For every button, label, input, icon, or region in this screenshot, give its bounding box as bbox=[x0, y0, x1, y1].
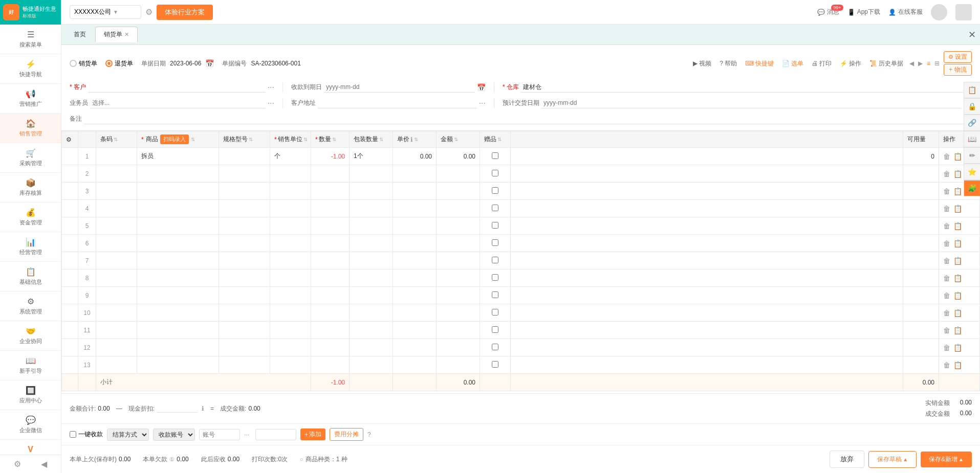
row-barcode-cell[interactable] bbox=[96, 339, 137, 356]
row-pack-cell[interactable] bbox=[350, 165, 393, 183]
copy-row-icon[interactable]: 📋 bbox=[953, 326, 962, 334]
row-amount-cell[interactable] bbox=[437, 339, 480, 356]
row-pack-cell[interactable] bbox=[350, 183, 393, 200]
row-unit-cell[interactable] bbox=[270, 304, 311, 322]
row-remark-cell[interactable] bbox=[511, 235, 903, 252]
sidebar-item-purchase[interactable]: 🛒 采购管理 bbox=[0, 143, 61, 173]
delete-row-icon[interactable]: 🗑 bbox=[943, 361, 950, 369]
barcode-sort-icon[interactable]: ⇅ bbox=[114, 137, 118, 142]
sidebar-item-marketing[interactable]: 📢 营销推广 bbox=[0, 84, 61, 114]
select-order-btn[interactable]: 📄 选单 bbox=[780, 58, 805, 69]
gift-checkbox[interactable] bbox=[492, 326, 498, 333]
row-price-cell[interactable]: 0.00 bbox=[393, 148, 437, 165]
sidebar-item-sales[interactable]: 🏠 销售管理 bbox=[0, 114, 61, 143]
scan-barcode-button[interactable]: 扫码录入 bbox=[160, 134, 189, 144]
payment-help-icon[interactable]: ? bbox=[367, 431, 371, 438]
row-remark-cell[interactable] bbox=[511, 322, 903, 339]
row-pack-cell[interactable] bbox=[350, 287, 393, 304]
sidebar-item-enterprise[interactable]: 🤝 企业协同 bbox=[0, 321, 61, 351]
abandon-button[interactable]: 放弃 bbox=[830, 451, 864, 468]
row-price-cell[interactable] bbox=[393, 356, 437, 374]
copy-row-icon[interactable]: 📋 bbox=[953, 291, 962, 300]
row-gift-cell[interactable] bbox=[480, 339, 511, 356]
product-sort-icon[interactable]: ⇅ bbox=[191, 137, 195, 142]
row-gift-cell[interactable] bbox=[480, 356, 511, 374]
row-pack-cell[interactable] bbox=[350, 339, 393, 356]
gift-checkbox[interactable] bbox=[492, 274, 498, 281]
delete-row-icon[interactable]: 🗑 bbox=[943, 222, 950, 230]
row-qty-cell[interactable] bbox=[311, 200, 350, 217]
row-price-cell[interactable] bbox=[393, 269, 437, 287]
row-remark-cell[interactable] bbox=[511, 252, 903, 269]
shortcut-btn[interactable]: ⌨ 快捷键 bbox=[743, 58, 776, 69]
row-gift-cell[interactable] bbox=[480, 165, 511, 183]
row-unit-cell[interactable] bbox=[270, 287, 311, 304]
row-spec-cell[interactable] bbox=[219, 287, 270, 304]
row-amount-cell[interactable] bbox=[437, 217, 480, 235]
row-price-cell[interactable] bbox=[393, 165, 437, 183]
cash-discount-input[interactable] bbox=[157, 405, 198, 413]
delete-row-icon[interactable]: 🗑 bbox=[943, 170, 950, 178]
row-barcode-cell[interactable] bbox=[96, 356, 137, 374]
row-unit-cell[interactable] bbox=[270, 217, 311, 235]
row-barcode-cell[interactable] bbox=[96, 287, 137, 304]
gift-checkbox[interactable] bbox=[492, 257, 498, 263]
row-amount-cell[interactable] bbox=[437, 304, 480, 322]
row-amount-cell[interactable] bbox=[437, 165, 480, 183]
sidebar-settings-icon[interactable]: ⚙ bbox=[14, 459, 21, 469]
row-barcode-cell[interactable] bbox=[96, 269, 137, 287]
row-remark-cell[interactable] bbox=[511, 356, 903, 374]
row-qty-cell[interactable] bbox=[311, 339, 350, 356]
row-price-cell[interactable] bbox=[393, 235, 437, 252]
right-panel-btn-4[interactable]: 📖 bbox=[964, 131, 980, 147]
row-spec-cell[interactable] bbox=[219, 269, 270, 287]
qty-sort-icon[interactable]: ⇅ bbox=[332, 137, 336, 142]
copy-row-icon[interactable]: 📋 bbox=[953, 187, 962, 195]
salesperson-more-icon[interactable]: ··· bbox=[268, 99, 274, 108]
set-btn[interactable]: ⚙ 设置 bbox=[944, 51, 972, 63]
row-spec-cell[interactable] bbox=[219, 217, 270, 235]
row-pack-cell[interactable] bbox=[350, 252, 393, 269]
sidebar-item-search[interactable]: ☰ 搜索菜单 bbox=[0, 25, 61, 54]
row-spec-cell[interactable] bbox=[219, 235, 270, 252]
row-pack-cell[interactable] bbox=[350, 217, 393, 235]
price-info-icon[interactable]: ℹ bbox=[410, 136, 413, 143]
gift-checkbox[interactable] bbox=[492, 239, 498, 246]
gift-checkbox[interactable] bbox=[492, 361, 498, 368]
row-unit-cell[interactable]: 个 bbox=[270, 148, 311, 165]
one-click-pay-checkbox[interactable] bbox=[70, 431, 76, 438]
row-product-cell[interactable] bbox=[137, 217, 219, 235]
row-unit-cell[interactable] bbox=[270, 322, 311, 339]
row-product-cell[interactable] bbox=[137, 356, 219, 374]
settle-account-select[interactable]: 收款账号 bbox=[153, 429, 195, 441]
copy-row-icon[interactable]: 📋 bbox=[953, 152, 962, 161]
copy-row-icon[interactable]: 📋 bbox=[953, 239, 962, 247]
sidebar-item-wechat[interactable]: 💬 企业微信 bbox=[0, 410, 61, 440]
unit-sort-icon[interactable]: ⇅ bbox=[303, 137, 308, 142]
warehouse-input[interactable] bbox=[521, 82, 963, 93]
row-spec-cell[interactable] bbox=[219, 322, 270, 339]
tab-home[interactable]: 首页 bbox=[66, 27, 94, 42]
tab-close-icon[interactable]: ✕ bbox=[124, 31, 129, 38]
row-barcode-cell[interactable] bbox=[96, 200, 137, 217]
row-spec-cell[interactable] bbox=[219, 148, 270, 165]
sidebar-item-business[interactable]: 📊 经营管理 bbox=[0, 232, 61, 262]
row-spec-cell[interactable] bbox=[219, 339, 270, 356]
row-product-cell[interactable] bbox=[137, 165, 219, 183]
row-remark-cell[interactable] bbox=[511, 339, 903, 356]
row-spec-cell[interactable] bbox=[219, 165, 270, 183]
row-spec-cell[interactable] bbox=[219, 356, 270, 374]
gift-checkbox[interactable] bbox=[492, 205, 498, 211]
row-qty-cell[interactable] bbox=[311, 217, 350, 235]
salesperson-input[interactable] bbox=[90, 98, 266, 108]
right-panel-btn-3[interactable]: 🔗 bbox=[964, 115, 980, 131]
row-price-cell[interactable] bbox=[393, 322, 437, 339]
message-group[interactable]: 💬 消息 99+ bbox=[817, 8, 839, 16]
delete-row-icon[interactable]: 🗑 bbox=[943, 274, 950, 282]
row-spec-cell[interactable] bbox=[219, 252, 270, 269]
save-new-button[interactable]: 保存&新增 ▲ bbox=[921, 452, 972, 467]
row-barcode-cell[interactable] bbox=[96, 304, 137, 322]
copy-row-icon[interactable]: 📋 bbox=[953, 170, 962, 178]
right-panel-btn-5[interactable]: ✏ bbox=[964, 147, 980, 164]
delete-row-icon[interactable]: 🗑 bbox=[943, 326, 950, 334]
